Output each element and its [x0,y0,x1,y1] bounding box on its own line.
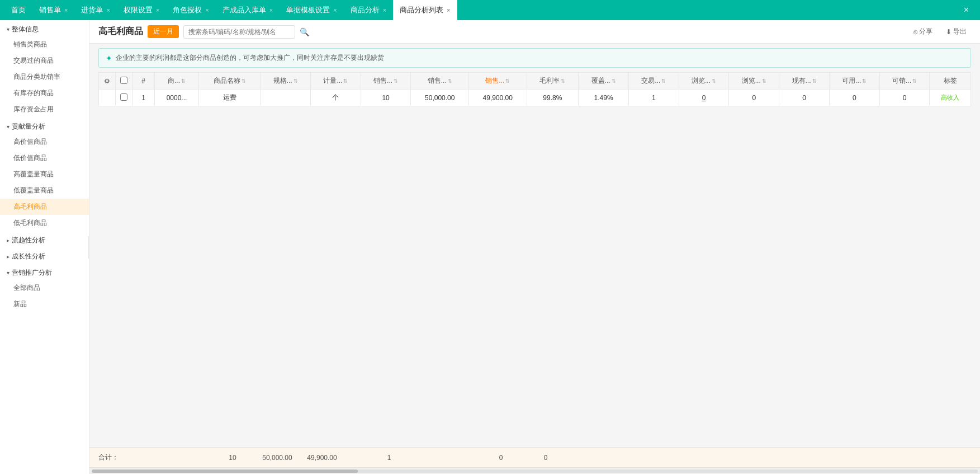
sidebar-group-growth-analysis[interactable]: ▸ 成长性分析 [0,247,89,264]
tag-badge: 高收入 [941,94,959,101]
cell-spec [261,90,311,106]
sidebar-group-overall-info[interactable]: ▾ 整体信息 [0,20,89,36]
total-sales-qty: 10 [210,454,255,462]
cell-code: 0000... [155,90,199,106]
col-header-gross-margin: 毛利率⇅ [527,73,579,90]
arrow-down-icon-3: ▾ [7,270,10,276]
window-close-button[interactable]: × [957,5,976,15]
total-sales-amount: 50,000.00 [255,454,300,462]
nav-permission-settings[interactable]: 权限设置 × [117,0,166,20]
sidebar-item-traded-goods[interactable]: 交易过的商品 [0,53,89,69]
col-header-checkbox[interactable] [116,73,132,90]
search-button[interactable]: 🔍 [300,27,309,36]
close-product-analysis-icon[interactable]: × [383,0,386,20]
cell-browse1[interactable]: 0 [679,90,729,106]
sidebar-group-trend-analysis[interactable]: ▸ 流趋性分析 [0,231,89,247]
col-header-name: 商品名称⇅ [198,73,260,90]
select-all-checkbox[interactable] [120,77,127,84]
nav-sales-order[interactable]: 销售单 × [32,0,74,20]
col-header-sales-cost: 销售...⇅ [469,73,527,90]
col-header-current-stock: 现有...⇅ [779,73,830,90]
nav-document-template[interactable]: 单据模板设置 × [280,0,343,20]
browse1-link[interactable]: 0 [702,94,706,102]
sidebar-item-high-coverage-goods[interactable]: 高覆盖量商品 [0,166,89,182]
export-icon: ⬇ [946,28,951,36]
cell-settings [99,90,116,106]
search-input[interactable] [183,25,295,39]
col-header-coverage: 覆盖...⇅ [579,73,629,90]
filter-recent-month-button[interactable]: 近一月 [148,25,179,38]
sidebar-item-stock-capital[interactable]: 库存资金占用 [0,101,89,118]
cell-sales-amount: 50,000.00 [411,90,469,106]
sidebar-item-sales-goods[interactable]: 销售类商品 [0,36,89,53]
settings-icon: ⚙ [104,77,110,85]
sidebar-item-high-margin-goods[interactable]: 高毛利商品 [0,199,89,215]
product-table: ⚙ # 商...⇅ 商品名称⇅ 规格...⇅ [98,72,971,106]
sidebar-group-contribution-analysis[interactable]: ▾ 贡献量分析 [0,118,89,134]
share-button[interactable]: ⎋ 分享 [909,25,937,39]
cell-sales-cost: 49,900.00 [469,90,527,106]
scrollbar-thumb[interactable] [92,470,358,473]
export-button[interactable]: ⬇ 导出 [941,25,971,39]
cell-num: 1 [132,90,155,106]
row-checkbox[interactable] [120,93,127,101]
arrow-down-icon: ▾ [7,26,10,32]
nav-role-auth[interactable]: 角色授权 × [166,0,215,20]
nav-product-analysis[interactable]: 商品分析 × [344,0,393,20]
sidebar-item-high-value-goods[interactable]: 高价值商品 [0,134,89,150]
total-label: 合计： [98,453,210,462]
sidebar-group-marketing-analysis[interactable]: ▾ 营销推广分析 [0,264,89,280]
table-row[interactable]: 1 0000... 运费 个 10 50,000.00 49,900.00 99… [99,90,971,106]
cell-checkbox[interactable] [116,90,132,106]
footer-total: 合计： 10 50,000.00 49,900.00 1 0 0 [89,447,980,467]
share-icon: ⎋ [913,28,917,36]
col-header-sales-amount: 销售...⇅ [411,73,469,90]
table-container[interactable]: ⚙ # 商...⇅ 商品名称⇅ 规格...⇅ [89,72,980,447]
sidebar-item-low-coverage-goods[interactable]: 低覆盖量商品 [0,182,89,199]
sidebar: « ▾ 整体信息 销售类商品 交易过的商品 商品分类助销率 有库存的商品 库存资… [0,20,89,474]
total-available: 0 [479,454,523,462]
table-header-row: ⚙ # 商...⇅ 商品名称⇅ 规格...⇅ [99,73,971,90]
cell-name: 运费 [198,90,260,106]
close-product-warehouse-icon[interactable]: × [269,0,273,20]
sidebar-item-new-goods[interactable]: 新品 [0,296,89,312]
col-header-browse1: 浏览...⇅ [679,73,729,90]
nav-purchase-order[interactable]: 进货单 × [74,0,116,20]
arrow-right-icon: ▸ [7,237,10,243]
horizontal-scrollbar[interactable] [89,467,980,474]
info-banner: ✦ 企业的主要的利润都是这部分商品创造的，可考虑加大推广，同时关注库存是不要出现… [98,48,971,68]
col-header-spec: 规格...⇅ [261,73,311,90]
content-header: 高毛利商品 近一月 🔍 ⎋ 分享 ⬇ 导出 [89,20,980,44]
cell-gross-margin: 99.8% [527,90,579,106]
cell-available: 0 [829,90,879,106]
sidebar-item-low-margin-goods[interactable]: 低毛利商品 [0,215,89,231]
nav-product-warehouse[interactable]: 产成品入库单 × [216,0,280,20]
close-document-template-icon[interactable]: × [333,0,337,20]
col-header-unit: 计量...⇅ [311,73,361,90]
col-header-browse2: 浏览...⇅ [729,73,779,90]
col-header-sales-qty: 销售...⇅ [361,73,411,90]
nav-home[interactable]: 首页 [4,0,32,20]
scrollbar-track[interactable] [92,470,978,473]
cell-transaction: 1 [628,90,679,106]
main-layout: « ▾ 整体信息 销售类商品 交易过的商品 商品分类助销率 有库存的商品 库存资… [0,20,980,474]
col-header-settings[interactable]: ⚙ [99,73,116,90]
sidebar-collapse-button[interactable]: « [88,236,89,259]
sidebar-item-in-stock-goods[interactable]: 有库存的商品 [0,85,89,101]
nav-product-analysis-list[interactable]: 商品分析列表 × [393,0,457,20]
content-area: 高毛利商品 近一月 🔍 ⎋ 分享 ⬇ 导出 ✦ 企业的主要的利润都是这部分商品创… [89,20,980,474]
cell-current-stock: 0 [779,90,830,106]
close-sales-order-icon[interactable]: × [64,0,68,20]
cell-unit: 个 [311,90,361,106]
sidebar-item-low-value-goods[interactable]: 低价值商品 [0,150,89,166]
close-permission-settings-icon[interactable]: × [156,0,159,20]
close-purchase-order-icon[interactable]: × [106,0,110,20]
cell-sellable: 0 [879,90,930,106]
arrow-down-icon-2: ▾ [7,124,10,130]
sidebar-item-all-goods[interactable]: 全部商品 [0,280,89,296]
cell-browse2: 0 [729,90,779,106]
close-role-auth-icon[interactable]: × [205,0,209,20]
close-product-analysis-list-icon[interactable]: × [447,0,450,20]
sidebar-item-category-sales-rate[interactable]: 商品分类助销率 [0,69,89,85]
col-header-transaction: 交易...⇅ [628,73,679,90]
